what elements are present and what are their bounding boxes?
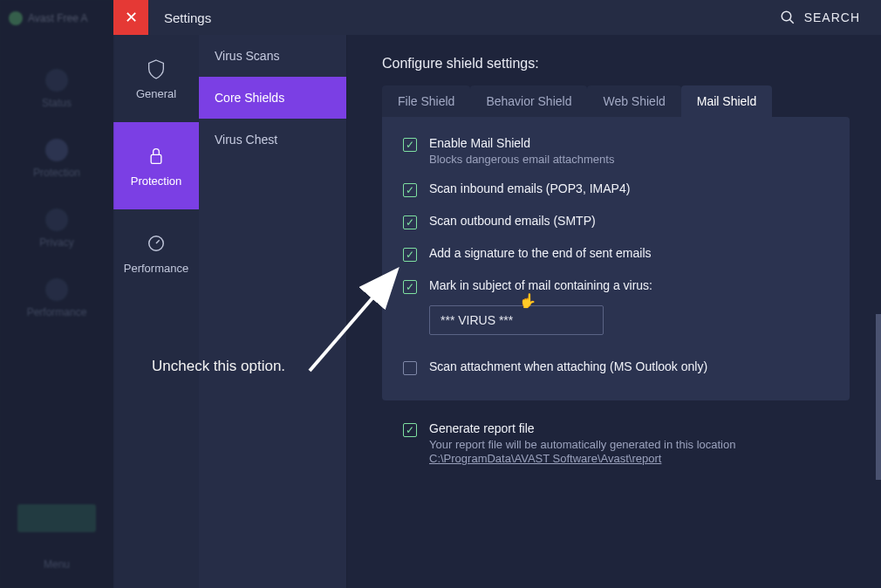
option-label: Scan inbound emails (POP3, IMAP4) bbox=[429, 181, 630, 195]
scrollbar-thumb[interactable] bbox=[876, 314, 881, 480]
checkbox-scan-outbound[interactable]: ✓ bbox=[403, 215, 417, 229]
option-label: Enable Mail Shield bbox=[429, 136, 614, 150]
report-path-link[interactable]: C:\ProgramData\AVAST Software\Avast\repo… bbox=[429, 452, 661, 465]
checkbox-enable-mail-shield[interactable]: ✓ bbox=[403, 138, 417, 152]
report-block: ✓ Generate report file Your report file … bbox=[382, 421, 850, 465]
brand: Avast Free A bbox=[9, 9, 105, 28]
lock-icon bbox=[45, 139, 68, 161]
checkbox-mark-subject[interactable]: ✓ bbox=[403, 280, 417, 294]
activate-button[interactable] bbox=[17, 504, 96, 532]
category-performance[interactable]: Performance bbox=[113, 209, 199, 297]
option-enable-mail-shield: ✓ Enable Mail Shield Blocks dangerous em… bbox=[403, 136, 829, 166]
rail-label: Protection bbox=[33, 167, 80, 179]
option-desc: Blocks dangerous email attachments bbox=[429, 153, 614, 166]
category-label: General bbox=[136, 87, 176, 100]
shield-icon bbox=[147, 58, 166, 80]
option-label: Scan outbound emails (SMTP) bbox=[429, 214, 596, 228]
category-protection[interactable]: Protection bbox=[113, 122, 199, 209]
rail-label: Status bbox=[42, 97, 72, 109]
nav-rail: Avast Free A Status Protection Privacy P… bbox=[0, 0, 113, 588]
checkbox-scan-attachment[interactable]: ✓ bbox=[403, 361, 417, 375]
main-heading: Configure shield settings: bbox=[382, 56, 850, 72]
app-root: Avast Free A Status Protection Privacy P… bbox=[0, 0, 881, 588]
option-generate-report: ✓ Generate report file Your report file … bbox=[403, 421, 850, 465]
tab-web-shield[interactable]: Web Shield bbox=[587, 85, 680, 117]
shield-tabs: File Shield Behavior Shield Web Shield M… bbox=[382, 85, 850, 117]
option-scan-attachment: ✓ Scan attachment when attaching (MS Out… bbox=[403, 359, 829, 376]
main-panel: Configure shield settings: File Shield B… bbox=[347, 0, 881, 588]
brand-logo-icon bbox=[9, 11, 23, 25]
option-label: Add a signature to the end of sent email… bbox=[429, 246, 652, 260]
subnav-virus-chest[interactable]: Virus Chest bbox=[199, 119, 346, 161]
search-button[interactable]: SEARCH bbox=[780, 10, 860, 25]
page-title: Settings bbox=[164, 10, 211, 25]
search-icon bbox=[780, 10, 796, 25]
rail-menu[interactable]: Menu bbox=[44, 558, 70, 571]
option-desc: Your report file will be automatically g… bbox=[429, 438, 735, 451]
tab-mail-shield[interactable]: Mail Shield bbox=[681, 85, 772, 117]
svg-rect-2 bbox=[151, 154, 161, 163]
rail-item-privacy[interactable]: Privacy bbox=[13, 194, 100, 263]
topbar: ✕ Settings SEARCH bbox=[113, 0, 881, 35]
virus-subject-input[interactable] bbox=[429, 305, 604, 335]
subnav-column: Virus Scans Core Shields Virus Chest bbox=[199, 0, 347, 588]
subnav-core-shields[interactable]: Core Shields bbox=[199, 77, 346, 119]
close-icon: ✕ bbox=[125, 8, 138, 27]
option-scan-outbound: ✓ Scan outbound emails (SMTP) bbox=[403, 214, 829, 230]
option-mark-subject: ✓ Mark in subject of mail containing a v… bbox=[403, 278, 829, 295]
option-label: Generate report file bbox=[429, 421, 735, 435]
tab-behavior-shield[interactable]: Behavior Shield bbox=[470, 85, 587, 117]
svg-line-4 bbox=[156, 240, 160, 243]
option-label: Scan attachment when attaching (MS Outlo… bbox=[429, 359, 707, 373]
category-label: Performance bbox=[124, 262, 188, 275]
category-column: General Protection Performance bbox=[113, 0, 199, 588]
rail-item-status[interactable]: Status bbox=[13, 54, 100, 124]
category-label: Protection bbox=[131, 174, 182, 188]
brand-text: Avast Free A bbox=[28, 12, 87, 24]
checkbox-add-signature[interactable]: ✓ bbox=[403, 248, 417, 262]
category-general[interactable]: General bbox=[113, 35, 199, 122]
privacy-icon bbox=[45, 209, 68, 231]
svg-point-0 bbox=[782, 11, 791, 21]
option-scan-inbound: ✓ Scan inbound emails (POP3, IMAP4) bbox=[403, 181, 829, 198]
status-icon bbox=[45, 69, 68, 92]
rail-label: Performance bbox=[27, 306, 87, 318]
rail-item-performance[interactable]: Performance bbox=[13, 263, 100, 333]
checkbox-scan-inbound[interactable]: ✓ bbox=[403, 183, 417, 197]
search-label: SEARCH bbox=[804, 10, 860, 24]
performance-icon bbox=[45, 278, 68, 301]
lock-icon bbox=[147, 145, 166, 168]
svg-line-1 bbox=[789, 19, 794, 24]
tab-file-shield[interactable]: File Shield bbox=[382, 85, 470, 117]
option-add-signature: ✓ Add a signature to the end of sent ema… bbox=[403, 246, 829, 263]
checkbox-generate-report[interactable]: ✓ bbox=[403, 423, 417, 437]
gauge-icon bbox=[147, 232, 166, 255]
close-button[interactable]: ✕ bbox=[113, 0, 148, 35]
mail-shield-panel: ✓ Enable Mail Shield Blocks dangerous em… bbox=[382, 117, 850, 400]
option-label: Mark in subject of mail containing a vir… bbox=[429, 278, 652, 292]
rail-label: Privacy bbox=[39, 236, 73, 249]
subnav-virus-scans[interactable]: Virus Scans bbox=[199, 35, 346, 77]
rail-item-protection[interactable]: Protection bbox=[13, 124, 100, 194]
